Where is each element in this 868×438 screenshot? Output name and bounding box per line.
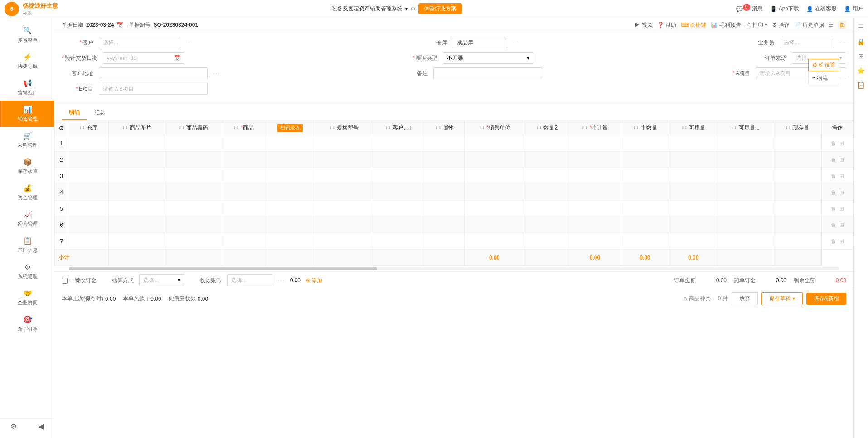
cell-code-5[interactable] bbox=[165, 201, 222, 217]
sidebar-item-purchase[interactable]: 🛒 采购管理 bbox=[0, 127, 54, 153]
settings-icon[interactable]: ⚙ bbox=[411, 6, 416, 12]
cell-main-qty-5[interactable] bbox=[621, 201, 669, 217]
cell-code-4[interactable] bbox=[165, 184, 222, 201]
sidebar-item-search[interactable]: 🔍 搜索菜单 bbox=[0, 22, 54, 48]
th-settings[interactable]: ⚙ bbox=[55, 121, 68, 135]
h-scrollbar-track[interactable] bbox=[69, 267, 839, 270]
date-val[interactable]: 2023-03-24 bbox=[86, 22, 114, 28]
cell-main-unit-7[interactable] bbox=[569, 233, 621, 250]
cell-main-qty-4[interactable] bbox=[621, 184, 669, 201]
th-customer-code[interactable]: ⬆⬇ 客户... ℹ bbox=[372, 121, 424, 135]
cell-main-unit-4[interactable] bbox=[569, 184, 621, 201]
customer-input[interactable]: 选择... bbox=[99, 37, 180, 48]
cell-product-1[interactable] bbox=[222, 135, 265, 152]
cell-qty2-7[interactable] bbox=[524, 233, 569, 250]
cell-main-unit-1[interactable] bbox=[569, 135, 621, 152]
warehouse-input[interactable]: 成品库 bbox=[453, 37, 507, 48]
cell-customer-code-1[interactable] bbox=[372, 135, 424, 152]
collapse-icon[interactable]: ◀ bbox=[38, 422, 44, 431]
cell-spec-1[interactable] bbox=[315, 135, 372, 152]
view-toggle-grid[interactable]: ⊞ bbox=[838, 21, 846, 29]
online-service-btn[interactable]: 👤 在线客服 bbox=[806, 5, 837, 13]
tab-summary[interactable]: 汇总 bbox=[87, 106, 112, 120]
cell-warehouse-7[interactable] bbox=[68, 233, 109, 250]
discard-button[interactable]: 放弃 bbox=[732, 292, 758, 305]
cell-qty2-2[interactable] bbox=[524, 152, 569, 168]
th-available2[interactable]: ⬆⬇ 可用量... bbox=[718, 121, 773, 135]
cell-unit-3[interactable] bbox=[465, 168, 524, 184]
cell-code-3[interactable] bbox=[165, 168, 222, 184]
logistics-float-btn[interactable]: + 物流 bbox=[808, 72, 839, 84]
copy-row-4[interactable]: ⊞ bbox=[839, 189, 844, 196]
cell-main-unit-6[interactable] bbox=[569, 217, 621, 233]
cell-main-unit-3[interactable] bbox=[569, 168, 621, 184]
cell-main-qty-3[interactable] bbox=[621, 168, 669, 184]
sidebar-item-inventory[interactable]: 📦 库存核算 bbox=[0, 153, 54, 179]
account-select[interactable]: 选择... bbox=[227, 274, 272, 286]
invoice-select[interactable]: 不开票 ▾ bbox=[443, 52, 533, 64]
delete-row-5[interactable]: 🗑 bbox=[831, 206, 836, 212]
copy-row-6[interactable]: ⊞ bbox=[839, 222, 844, 228]
cell-unit-5[interactable] bbox=[465, 201, 524, 217]
th-stock[interactable]: ⬆⬇ 现存量 bbox=[773, 121, 821, 135]
cell-warehouse-6[interactable] bbox=[68, 217, 109, 233]
copy-row-2[interactable]: ⊞ bbox=[839, 157, 844, 163]
cell-spec-7[interactable] bbox=[315, 233, 372, 250]
copy-row-1[interactable]: ⊞ bbox=[839, 140, 844, 147]
sidebar-item-sales[interactable]: 📊 销售管理 bbox=[0, 101, 54, 127]
cell-attr-4[interactable] bbox=[424, 184, 465, 201]
th-main-unit[interactable]: ⬆⬇ *主计量 bbox=[569, 121, 621, 135]
copy-row-3[interactable]: ⊞ bbox=[839, 173, 844, 179]
th-product[interactable]: ⬆⬇ *商品 bbox=[222, 121, 265, 135]
sidebar-item-finance[interactable]: 💰 资金管理 bbox=[0, 179, 54, 206]
operation-btn[interactable]: ⚙ 操作 bbox=[772, 21, 789, 29]
warehouse-more[interactable]: ··· bbox=[513, 39, 519, 46]
th-spec[interactable]: ⬆⬇ 规格型号 bbox=[315, 121, 372, 135]
cell-warehouse-2[interactable] bbox=[68, 152, 109, 168]
cell-spec-5[interactable] bbox=[315, 201, 372, 217]
cell-customer-code-4[interactable] bbox=[372, 184, 424, 201]
cell-product-3[interactable] bbox=[222, 168, 265, 184]
note-input[interactable] bbox=[433, 67, 542, 79]
sidebar-item-guide[interactable]: 🎯 新手引导 bbox=[0, 311, 54, 337]
cell-spec-3[interactable] bbox=[315, 168, 372, 184]
right-panel-icon-2[interactable]: 🔒 bbox=[855, 36, 867, 47]
message-area[interactable]: 💬 9 消息 bbox=[736, 5, 763, 13]
cell-attr-3[interactable] bbox=[424, 168, 465, 184]
payment-checkbox-label[interactable]: 一键收订金 bbox=[62, 277, 97, 284]
th-main-qty[interactable]: ⬆⬇ 主数量 bbox=[621, 121, 669, 135]
delete-row-4[interactable]: 🗑 bbox=[831, 189, 836, 196]
history-btn[interactable]: 📄 历史单据 bbox=[794, 21, 824, 29]
sidebar-item-collab[interactable]: 🤝 企业协同 bbox=[0, 284, 54, 311]
calendar-icon[interactable]: 📅 bbox=[116, 22, 123, 28]
cell-qty2-1[interactable] bbox=[524, 135, 569, 152]
cell-warehouse-3[interactable] bbox=[68, 168, 109, 184]
th-available[interactable]: ⬆⬇ 可用量 bbox=[669, 121, 718, 135]
cell-main-qty-1[interactable] bbox=[621, 135, 669, 152]
th-attr[interactable]: ⬆⬇ 属性 bbox=[424, 121, 465, 135]
b-project-input[interactable]: 请输入B项目 bbox=[99, 83, 208, 95]
cell-customer-code-6[interactable] bbox=[372, 217, 424, 233]
th-qty2[interactable]: ⬆⬇ 数量2 bbox=[524, 121, 569, 135]
save-draft-button[interactable]: 保存草稿 ▾ bbox=[761, 292, 803, 305]
cell-warehouse-5[interactable] bbox=[68, 201, 109, 217]
cell-unit-2[interactable] bbox=[465, 152, 524, 168]
cell-spec-4[interactable] bbox=[315, 184, 372, 201]
cell-product-4[interactable] bbox=[222, 184, 265, 201]
cell-unit-7[interactable] bbox=[465, 233, 524, 250]
cell-attr-1[interactable] bbox=[424, 135, 465, 152]
cell-unit-1[interactable] bbox=[465, 135, 524, 152]
delete-row-6[interactable]: 🗑 bbox=[831, 222, 836, 228]
delivery-input[interactable]: yyyy-mm-dd 📅 bbox=[103, 52, 184, 64]
h-scrollbar-thumb[interactable] bbox=[69, 267, 377, 270]
staff-input[interactable]: 选择... bbox=[780, 37, 834, 48]
dropdown-arrow-icon[interactable]: ▾ bbox=[405, 6, 408, 12]
cell-code-6[interactable] bbox=[165, 217, 222, 233]
cell-customer-code-3[interactable] bbox=[372, 168, 424, 184]
cell-code-2[interactable] bbox=[165, 152, 222, 168]
view-toggle-list[interactable]: ☰ bbox=[829, 22, 834, 28]
settings-float-btn[interactable]: ⚙ ⚙ 设置 bbox=[808, 59, 839, 71]
customer-more[interactable]: ··· bbox=[186, 39, 193, 46]
staff-more[interactable]: ··· bbox=[839, 39, 846, 46]
cell-customer-code-5[interactable] bbox=[372, 201, 424, 217]
